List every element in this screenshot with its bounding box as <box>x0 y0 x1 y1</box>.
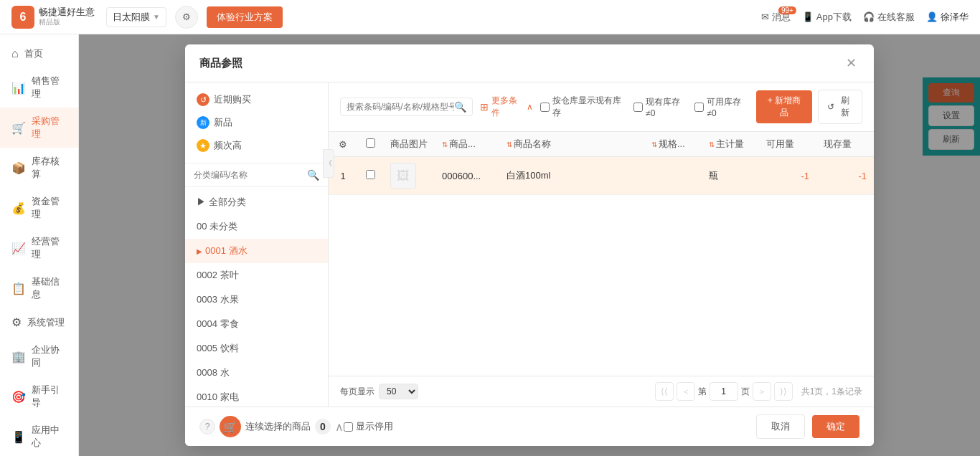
available-stock-checkbox[interactable] <box>694 103 704 112</box>
pagination-bar: 每页显示 20 50 100 ⟨⟨ ＜ 第 <box>329 376 874 407</box>
first-page-button[interactable]: ⟨⟨ <box>655 382 674 401</box>
category-0001[interactable]: ▶ 0001 酒水 <box>185 239 328 263</box>
sidebar-item-appcenter[interactable]: 📱 应用中心 <box>0 417 78 456</box>
select-all-checkbox[interactable] <box>366 138 375 148</box>
product-search-icon[interactable]: 🔍 <box>454 101 466 113</box>
add-product-button[interactable]: + 新增商品 <box>756 90 813 123</box>
online-service-item[interactable]: 🎧 在线客服 <box>863 11 915 24</box>
guide-icon: 🎯 <box>11 390 26 404</box>
last-page-button[interactable]: ⟩⟩ <box>774 382 793 401</box>
category-0008[interactable]: 0008 水 <box>185 361 328 385</box>
category-0008-label: 0008 水 <box>197 366 230 379</box>
next-page-button[interactable]: ＞ <box>753 382 771 401</box>
row-checkbox[interactable] <box>366 170 375 179</box>
sidebar-item-system[interactable]: ⚙ 系统管理 <box>0 308 78 336</box>
th-name[interactable]: ⇅商品名称 <box>499 132 644 157</box>
th-code[interactable]: ⇅商品... <box>435 132 499 157</box>
page-word: 第 <box>698 386 707 398</box>
warehouse-stock-checkbox[interactable] <box>540 103 550 112</box>
sidebar-item-home[interactable]: ⌂ 首页 <box>0 40 78 67</box>
category-00[interactable]: 00 未分类 <box>185 214 328 239</box>
collapse-selected-icon[interactable]: ∧ <box>335 420 344 434</box>
trial-button[interactable]: 体验行业方案 <box>207 6 283 28</box>
show-disabled-checkbox[interactable]: 显示停用 <box>344 420 393 433</box>
sidebar-item-basic[interactable]: 📋 基础信息 <box>0 268 78 308</box>
dialog-header: 商品参照 ✕ <box>185 44 874 82</box>
dialog-body: ↺ 近期购买 新 新品 ★ 频次高 <box>185 82 874 407</box>
table-row[interactable]: 1 🖼 <box>329 157 874 195</box>
show-disabled-input[interactable] <box>344 422 353 432</box>
checkbox-available-stock[interactable]: 可用库存≠0 <box>694 96 748 118</box>
per-page-select[interactable]: 20 50 100 <box>379 384 418 399</box>
category-all[interactable]: ▶ 全部分类 <box>185 190 328 214</box>
collapse-panel-button[interactable]: 《 <box>323 149 334 178</box>
dialog-footer: ? 🛒 连续选择的商品 0 ∧ 显示停用 取消 确定 <box>185 407 874 446</box>
username: 徐泽华 <box>941 11 969 24</box>
category-0002[interactable]: 0002 茶叶 <box>185 263 328 288</box>
category-0004[interactable]: 0004 零食 <box>185 312 328 336</box>
page-number-input[interactable] <box>710 382 738 401</box>
category-panel: ↺ 近期购买 新 新品 ★ 频次高 <box>185 82 329 407</box>
sidebar-item-purchase[interactable]: 🛒 采购管理 <box>0 108 78 148</box>
search-toolbar: 🔍 ⊞ 更多条件 ∧ 按仓库显示现有库存 <box>329 82 874 132</box>
sales-icon: 📊 <box>11 81 26 95</box>
confirm-button[interactable]: 确定 <box>812 415 859 438</box>
dialog-close-button[interactable]: ✕ <box>842 54 859 72</box>
sidebar-item-finance[interactable]: 💰 资金管理 <box>0 188 78 228</box>
message-icon: ✉ <box>761 11 769 22</box>
product-thumbnail: 🖼 <box>390 163 416 189</box>
store-arrow-icon: ▼ <box>153 13 160 21</box>
more-filter-button[interactable]: ⊞ 更多条件 ∧ <box>480 95 533 119</box>
sidebar-label-system: 系统管理 <box>27 316 65 329</box>
checkbox-current-stock[interactable]: 现有库存≠0 <box>633 96 687 118</box>
sidebar-item-inventory[interactable]: 📦 库存核算 <box>0 148 78 188</box>
filter-arrow-icon: ∧ <box>527 102 533 112</box>
page-unit: 页 <box>741 386 750 398</box>
category-search-input[interactable] <box>194 170 303 180</box>
th-unit[interactable]: ⇅主计量 <box>702 132 759 157</box>
th-spec[interactable]: ⇅规格... <box>644 132 702 157</box>
category-0010-label: 0010 家电 <box>197 391 239 404</box>
category-search-bar: 🔍 <box>185 163 328 187</box>
settings-icon[interactable]: ⚙ <box>175 6 198 29</box>
store-selector[interactable]: 日太阳膜 ▼ <box>106 7 166 27</box>
sidebar-label-guide: 新手引导 <box>32 384 67 409</box>
checkbox-warehouse-label: 按仓库显示现有库存 <box>552 95 626 119</box>
brand-sub: 精品版 <box>39 17 95 27</box>
row-image-cell: 🖼 <box>383 157 435 195</box>
product-table-wrap: ⚙ 商品图片 ⇅商品... <box>329 132 874 376</box>
category-0003[interactable]: 0003 水果 <box>185 288 328 312</box>
help-icon[interactable]: ? <box>199 419 215 434</box>
quick-filter-new[interactable]: 新 新品 <box>185 111 328 134</box>
quick-filter-frequent[interactable]: ★ 频次高 <box>185 134 328 157</box>
category-search-icon[interactable]: 🔍 <box>307 169 319 181</box>
inventory-icon: 📦 <box>11 161 26 175</box>
sidebar-item-guide[interactable]: 🎯 新手引导 <box>0 376 78 417</box>
checkbox-warehouse-stock[interactable]: 按仓库显示现有库存 <box>540 95 626 119</box>
sidebar-item-sales[interactable]: 📊 销售管理 <box>0 67 78 108</box>
refresh-button[interactable]: ↺ 刷新 <box>818 90 862 124</box>
quick-filter-frequent-label: 频次高 <box>214 139 242 152</box>
refresh-label: 刷新 <box>837 95 853 119</box>
product-table: ⚙ 商品图片 ⇅商品... <box>329 132 874 195</box>
user-item[interactable]: 👤 徐泽华 <box>926 11 969 24</box>
row-spec <box>644 157 702 195</box>
product-search-input[interactable] <box>347 102 454 112</box>
row-checkbox-cell[interactable] <box>357 157 383 195</box>
quick-filter-recent[interactable]: ↺ 近期购买 <box>185 88 328 111</box>
category-0001-arrow-icon: ▶ <box>197 247 202 255</box>
user-icon: 👤 <box>926 11 938 22</box>
category-0010[interactable]: 0010 家电 <box>185 385 328 407</box>
nav-right: ✉ 消息 99+ 📱 App下载 🎧 在线客服 👤 徐泽华 <box>761 11 969 24</box>
sidebar-label-sales: 销售管理 <box>32 75 67 100</box>
sidebar-item-operations[interactable]: 📈 经营管理 <box>0 228 78 268</box>
app-download-item[interactable]: 📱 App下载 <box>802 11 852 24</box>
cancel-button[interactable]: 取消 <box>756 414 805 439</box>
logo-icon: 6 <box>11 6 34 29</box>
current-stock-checkbox[interactable] <box>633 103 643 112</box>
sidebar-item-enterprise[interactable]: 🏢 企业协同 <box>0 336 78 376</box>
messages-item[interactable]: ✉ 消息 99+ <box>761 11 791 24</box>
filter-icon: ⊞ <box>480 101 489 113</box>
category-0005[interactable]: 0005 饮料 <box>185 336 328 361</box>
prev-page-button[interactable]: ＜ <box>677 382 695 401</box>
